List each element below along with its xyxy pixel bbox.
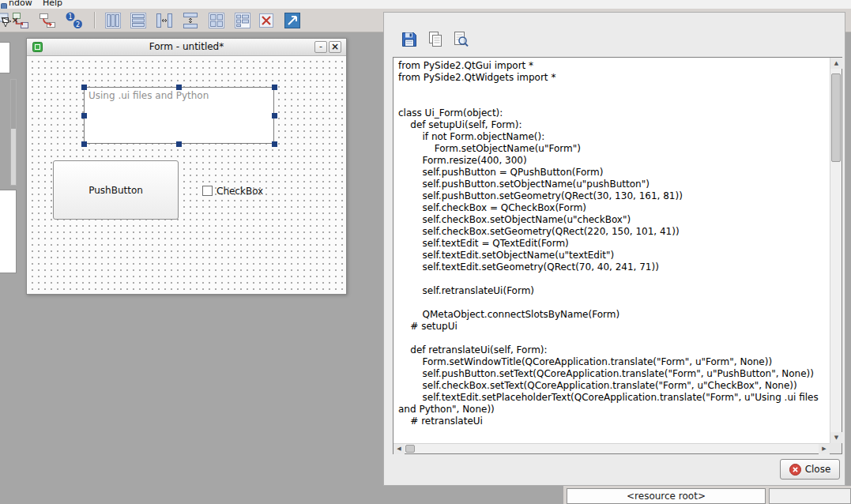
dock-float-button[interactable] [1,16,10,25]
break-layout-icon[interactable] [257,11,276,30]
horizontal-scrollbar[interactable]: ◀ ▶ [393,443,830,453]
checkbox-indicator[interactable] [202,186,213,196]
form-designer-window: Form - untitled* - × Using .ui files and… [26,38,347,295]
close-window-button[interactable]: × [329,41,341,53]
close-button[interactable]: Close [780,459,840,480]
save-icon[interactable] [400,30,419,49]
selection-handle-mid-left[interactable] [81,113,87,118]
resource-panel-fragment[interactable] [769,488,851,504]
svg-text:1: 1 [68,13,72,21]
menu-bar: ndow Help [0,0,851,9]
selection-handle-top-center[interactable] [176,85,182,90]
selection-handle-top-left[interactable] [81,85,87,90]
selection-handle-bottom-left[interactable] [81,141,87,147]
layout-horizontal-icon[interactable] [104,11,122,30]
textedit-placeholder: Using .ui files and Python [88,90,209,101]
qt-designer-app: ndow Help 12 [0,0,851,504]
left-scrollbar-fragment[interactable] [10,79,17,186]
resource-root-item[interactable]: <resource root> [567,488,766,504]
form-window-title: Form - untitled* [27,41,346,52]
edit-buddies-icon[interactable] [38,11,57,30]
horizontal-scrollbar-thumb[interactable] [405,445,415,453]
toolbar-separator [94,12,96,28]
form-window-titlebar[interactable]: Form - untitled* - × [27,39,346,56]
left-panel-fragment-2[interactable] [0,190,17,273]
layout-vertical-icon[interactable] [129,11,148,30]
scroll-up-icon[interactable]: ▲ [830,58,842,69]
textedit-widget[interactable]: Using .ui files and Python [84,87,274,144]
menu-help[interactable]: Help [43,0,62,8]
form-canvas[interactable]: Using .ui files and Python PushButton Ch… [27,56,346,294]
pushbutton-label: PushButton [88,185,143,196]
selection-handle-bottom-right[interactable] [272,141,277,147]
layout-grid-icon[interactable] [207,11,226,30]
edit-tab-order-icon[interactable]: 12 [65,11,84,30]
menu-window[interactable]: ndow [9,0,32,8]
layout-vertical-splitter-icon[interactable] [181,11,200,30]
close-circle-icon [789,464,801,476]
checkbox-label: CheckBox [217,186,263,197]
code-text: from PySide2.QtGui import * from PySide2… [398,60,827,441]
copy-icon[interactable] [426,30,445,49]
code-editor[interactable]: from PySide2.QtGui import * from PySide2… [393,57,842,454]
scroll-down-icon[interactable]: ▼ [830,432,842,443]
selection-handle-top-right[interactable] [272,85,277,90]
pushbutton-widget[interactable]: PushButton [53,160,179,220]
scroll-right-icon[interactable]: ▶ [819,444,830,454]
left-panel-fragment[interactable] [0,42,10,73]
window-icon [1,1,7,9]
scroll-left-icon[interactable]: ◀ [393,444,405,454]
dock-close-icon[interactable]: × [10,16,20,25]
checkbox-widget[interactable]: CheckBox [202,175,282,207]
left-scrollbar-thumb[interactable] [11,80,16,129]
find-icon[interactable] [451,30,470,49]
code-preview-dialog: from PySide2.QtGui import * from PySide2… [383,12,845,486]
svg-text:2: 2 [76,21,80,28]
adjust-size-icon[interactable] [283,11,302,30]
selection-handle-mid-right[interactable] [272,113,277,118]
layout-form-icon[interactable] [233,11,252,30]
resource-browser-dock: <resource root> [563,486,851,504]
selection-handle-bottom-center[interactable] [176,141,182,147]
minimize-button[interactable]: - [314,41,327,53]
close-button-label: Close [805,464,831,475]
vertical-scrollbar-thumb[interactable] [831,73,841,162]
vertical-scrollbar[interactable]: ▲ ▼ [830,58,842,443]
scrollbar-corner [830,443,842,453]
layout-horizontal-splitter-icon[interactable] [155,11,174,30]
